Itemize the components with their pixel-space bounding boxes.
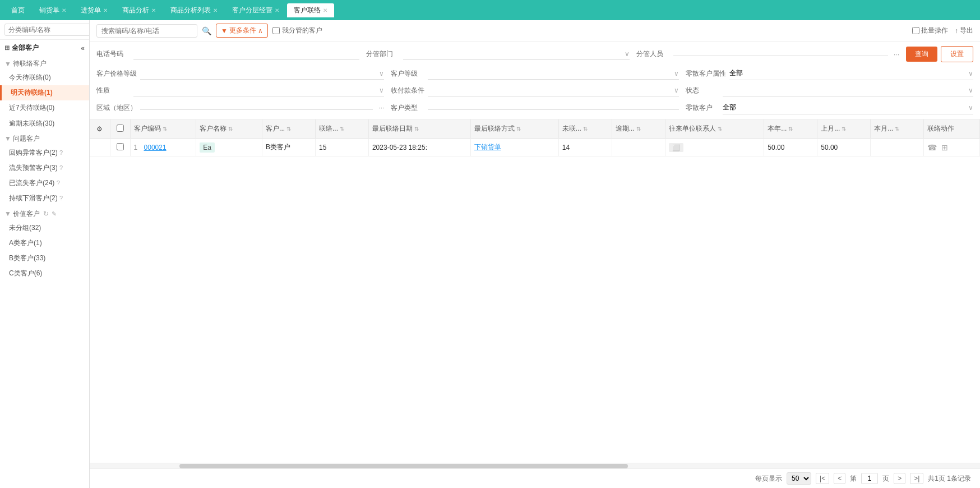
nav-product-list-close[interactable]: ✕: [213, 7, 218, 13]
nav-sales[interactable]: 销货单 ✕: [33, 3, 73, 17]
retail-attr-select[interactable]: 全部 ∨: [729, 67, 973, 80]
nav-purchase-close[interactable]: ✕: [103, 7, 108, 13]
price-level-select[interactable]: ∨: [140, 68, 384, 80]
sidebar-item-c-class[interactable]: C类客户(6): [0, 266, 89, 281]
scrollbar-thumb[interactable]: [179, 464, 628, 468]
filter-bar-right: 批量操作 ↑ 导出: [912, 26, 973, 35]
payment-select[interactable]: ∨: [428, 85, 678, 96]
td-this-month: [871, 139, 924, 156]
nav-home[interactable]: 首页: [4, 3, 31, 17]
select-all-checkbox[interactable]: [117, 125, 124, 132]
sidebar-item-b-class[interactable]: B类客户(33): [0, 251, 89, 266]
nav-customer-tier-label: 客户分层经营: [232, 6, 272, 15]
horizontal-scrollbar[interactable]: [90, 463, 980, 468]
more-conditions-btn[interactable]: ▼ 更多条件 ∧: [216, 24, 268, 38]
nav-customer-contact-close[interactable]: ✕: [323, 7, 327, 13]
sidebar-item-a-class[interactable]: A类客户(1): [0, 236, 89, 251]
search-button[interactable]: 🔍: [202, 26, 211, 35]
grid-action-icon[interactable]: ⊞: [941, 143, 948, 152]
gear-icon[interactable]: ⚙: [96, 125, 103, 133]
retail-customer-select[interactable]: 全部 ∨: [723, 101, 973, 114]
sort-icon-code: ⇅: [163, 126, 167, 132]
phone-action-icon[interactable]: ☎: [927, 143, 937, 152]
last-page-btn[interactable]: >|: [910, 473, 923, 484]
th-name: 客户名称 ⇅: [196, 119, 262, 139]
sidebar-search-input[interactable]: [4, 24, 90, 36]
person-more-icon[interactable]: ···: [894, 50, 899, 58]
status-select[interactable]: ∨: [723, 85, 973, 96]
dept-select[interactable]: ∨: [403, 48, 629, 60]
nav-customer-contact[interactable]: 客户联络 ✕: [287, 3, 334, 17]
area-more-icon[interactable]: ···: [378, 104, 384, 112]
query-button[interactable]: 查询: [906, 47, 937, 62]
search-input[interactable]: [96, 24, 197, 38]
customer-level-select[interactable]: ∨: [428, 68, 678, 80]
area-select[interactable]: [140, 106, 373, 110]
value-group-title: 价值客户: [13, 209, 40, 219]
my-customers-check[interactable]: 我分管的客户: [272, 26, 322, 35]
sidebar-item-tomorrow[interactable]: 明天待联络(1): [0, 85, 89, 100]
contact-person-tag: ⬜: [669, 143, 683, 152]
arrow-down-icon-3: ▼: [4, 210, 11, 218]
last-contact-link[interactable]: 下销货单: [474, 143, 501, 151]
nav-purchase[interactable]: 进货单 ✕: [74, 3, 114, 17]
next-page-btn[interactable]: >: [894, 473, 905, 484]
sort-icon-level: ⇅: [286, 126, 291, 132]
chevron-down-icon-8: ∨: [968, 104, 973, 112]
filter-gender: 性质 ∨: [96, 85, 384, 96]
td-name[interactable]: Ea: [196, 139, 262, 156]
td-last-type[interactable]: 下销货单: [470, 139, 558, 156]
nav-product-analysis[interactable]: 商品分析 ✕: [115, 3, 163, 17]
sidebar-item-overdue[interactable]: 逾期未联络(30): [0, 116, 89, 131]
first-page-btn[interactable]: |<: [816, 473, 829, 484]
sidebar-item-churn-warning[interactable]: 流失预警客户(3) ?: [0, 160, 89, 176]
sidebar-search-container: 🔍: [0, 20, 89, 40]
nav-product-list[interactable]: 商品分析列表 ✕: [164, 3, 224, 17]
edit-icon[interactable]: ✎: [52, 210, 57, 218]
sort-icon-type: ⇅: [516, 126, 521, 132]
my-customers-label: 我分管的客户: [282, 26, 322, 35]
td-code[interactable]: 000021: [144, 144, 167, 151]
sidebar-item-week[interactable]: 近7天待联络(0): [0, 100, 89, 116]
set-button[interactable]: 设置: [941, 46, 973, 62]
sidebar-item-declining[interactable]: 持续下滑客户(2) ?: [0, 191, 89, 206]
batch-op-checkbox[interactable]: [912, 27, 919, 34]
collapse-icon[interactable]: «: [81, 44, 85, 52]
filter-icon: ▼: [221, 27, 228, 35]
th-last-month: 上月... ⇅: [817, 119, 871, 139]
phone-input[interactable]: [133, 48, 359, 60]
sort-icon-person: ⇅: [718, 126, 722, 132]
person-label: 分管人员: [636, 49, 670, 59]
filter-retail-customer: 零散客户 全部 ∨: [686, 101, 973, 114]
prev-page-btn[interactable]: <: [834, 473, 845, 484]
all-customers-header[interactable]: ⊞ 全部客户 «: [0, 40, 89, 56]
person-select[interactable]: [673, 52, 888, 56]
sidebar-item-repurchase[interactable]: 回购异常客户(2) ?: [0, 145, 89, 160]
nav-customer-tier[interactable]: 客户分层经营 ✕: [225, 3, 286, 17]
nav-sales-close[interactable]: ✕: [62, 7, 66, 13]
gender-select[interactable]: ∨: [133, 85, 384, 96]
price-level-label: 客户价格等级: [96, 69, 137, 79]
nav-product-analysis-close[interactable]: ✕: [151, 7, 156, 13]
more-conditions-label: 更多条件: [229, 26, 256, 35]
page-size-label: 每页显示: [755, 474, 782, 484]
sidebar-item-churned[interactable]: 已流失客户(24) ?: [0, 176, 89, 191]
nav-customer-tier-close[interactable]: ✕: [275, 7, 279, 13]
td-level: B类客户: [262, 139, 316, 156]
export-icon: ↑: [955, 27, 958, 35]
customer-type-select[interactable]: [428, 106, 678, 110]
export-button[interactable]: ↑ 导出: [955, 26, 973, 35]
page-size-select[interactable]: 50: [787, 472, 811, 485]
gender-label: 性质: [96, 86, 130, 95]
batch-op-btn[interactable]: 批量操作: [912, 26, 948, 35]
refresh-icon[interactable]: ↻: [43, 210, 49, 218]
phone-label: 电话号码: [96, 49, 130, 59]
filter-payment: 收付款条件 ∨: [391, 85, 678, 96]
customers-table: ⚙ 客户编码 ⇅ 客户名称: [90, 119, 980, 156]
sidebar-item-today[interactable]: 今天待联络(0): [0, 70, 89, 85]
my-customers-checkbox[interactable]: [272, 27, 280, 34]
sidebar-item-ungrouped[interactable]: 未分组(32): [0, 220, 89, 236]
table-header-row: ⚙ 客户编码 ⇅ 客户名称: [90, 119, 980, 139]
row-checkbox[interactable]: [117, 143, 124, 150]
page-input[interactable]: [861, 473, 878, 484]
